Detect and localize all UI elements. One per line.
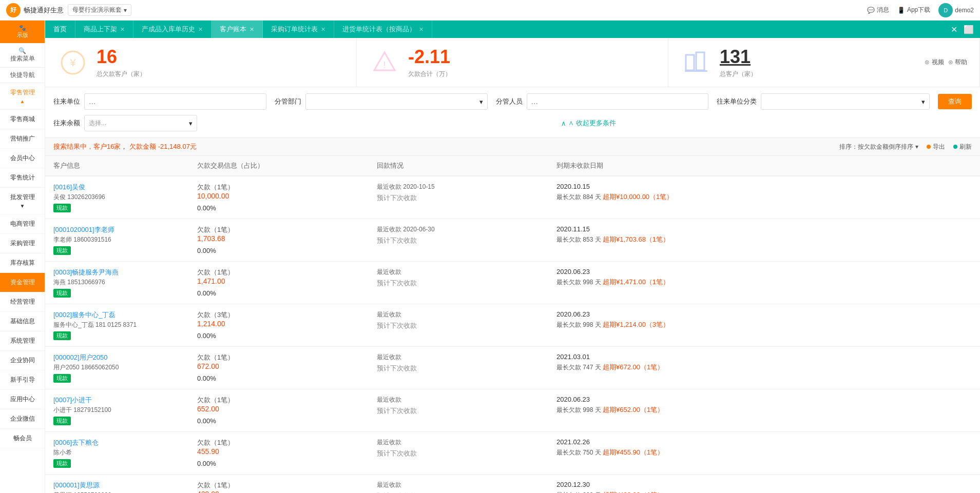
results-bar: 搜索结果中，客户16家， 欠款金额 -21,148.07元 排序：按欠款金额倒序… [45, 138, 980, 156]
filter-person-input[interactable]: ... [527, 93, 709, 110]
overdue-link[interactable]: 超期¥652.00（1笔） [603, 406, 664, 413]
tab-inbound-stat-close[interactable]: ✕ [419, 26, 424, 33]
sidebar-item-member[interactable]: 会员中心 [0, 149, 45, 168]
overdue-cell: 2021.02.26 最长欠款 750 天 超期¥455.90（1笔） [556, 438, 972, 457]
svg-rect-6 [685, 70, 707, 72]
sidebar-item-retail-store[interactable]: 零售商城 [0, 110, 45, 129]
filter-category-select[interactable]: ▾ [761, 93, 930, 110]
sidebar-search-label: 搜索菜单 [2, 54, 43, 63]
page-content: ¥ 16 总欠款客户（家） ! -2.11 欠款合计（万） [45, 38, 980, 493]
customer-name[interactable]: [000002]用户2050 [53, 353, 197, 362]
customer-name[interactable]: [0002]服务中心_丁磊 [53, 310, 197, 320]
customer-name[interactable]: [0007]小进干 [53, 396, 197, 405]
sidebar-item-biz[interactable]: 经营管理 [0, 292, 45, 312]
results-amount: 欠款金额 -21,148.07元 [129, 143, 197, 150]
customer-name[interactable]: [0016]吴俊 [53, 183, 197, 192]
tab-product-off[interactable]: 商品上下架 ✕ [75, 21, 133, 38]
chevron-down-balance-icon: ▾ [189, 120, 193, 127]
sidebar-item-guide[interactable]: 新手引导 [0, 370, 45, 390]
tab-product-off-close[interactable]: ✕ [120, 26, 125, 33]
filter-toggle-button[interactable]: ∧ ∧ 收起更多条件 [561, 119, 616, 128]
refresh-icon [953, 145, 957, 149]
user-menu[interactable]: D demo2 [938, 3, 974, 17]
customer-name[interactable]: [0001020001]李老师 [53, 225, 197, 234]
filter-supplier-input[interactable]: ... [84, 93, 266, 110]
sidebar-item-wholesale[interactable]: 批发管理 ▼ [0, 188, 45, 214]
sidebar-item-retail-stat[interactable]: 零售统计 [0, 168, 45, 188]
sidebar-item-vip[interactable]: 畅会员 [0, 429, 45, 448]
overdue-days: 最长欠款 998 天 超期¥1,471.00（1笔） [556, 278, 972, 287]
help-link[interactable]: ⊙ 帮助 [948, 58, 967, 67]
overdue-link[interactable]: 超期¥1,703.68（1笔） [603, 235, 669, 243]
overdue-days: 最长欠款 884 天 超期¥10,000.00（1笔） [556, 192, 972, 202]
sidebar-logo[interactable]: 🐾 示版 [0, 21, 45, 43]
due-date: 2020.06.23 [556, 268, 972, 275]
tab-prod-history[interactable]: 产成品入库单历史 ✕ [133, 21, 212, 38]
collection-cell: 最近收款 2020-10-15 预计下次收款 [377, 183, 556, 203]
sidebar-item-system[interactable]: 系统管理 [0, 331, 45, 351]
sidebar-item-search[interactable]: 🔍 搜索菜单 [0, 43, 45, 68]
customer-name[interactable]: [000001]黄思源 [53, 481, 197, 490]
customer-name[interactable]: [0003]畅捷服务尹海燕 [53, 268, 197, 277]
sidebar-item-basic[interactable]: 基础信息 [0, 312, 45, 331]
message-button[interactable]: 💬 消息 [867, 6, 889, 14]
last-collect: 最近收款 2020-06-30 [377, 225, 556, 234]
sidebar-item-quick-nav[interactable]: 快捷导航 [0, 68, 45, 83]
system-label: 系统管理 [10, 337, 35, 345]
customer-phone: 小进干 18279152100 [53, 406, 197, 415]
sidebar-item-finance[interactable]: 资金管理 [0, 273, 45, 292]
retail-stat-label: 零售统计 [10, 173, 35, 182]
overdue-link[interactable]: 超期¥1,214.00（3笔） [603, 321, 669, 328]
maximize-button[interactable]: ⬜ [962, 25, 976, 34]
sidebar-item-inventory[interactable]: 库存核算 [0, 253, 45, 273]
tab-inbound-stat[interactable]: 进货单统计表（按商品） ✕ [334, 21, 432, 38]
member-label: 会员中心 [10, 154, 35, 163]
sidebar-item-wechat[interactable]: 企业微信 [0, 409, 45, 429]
overdue-link[interactable]: 超期¥429.00（1笔） [603, 491, 664, 493]
tab-home[interactable]: 首页 [45, 21, 75, 38]
phone-icon: 📱 [897, 7, 905, 14]
table-row: [0016]吴俊 吴俊 13026203696 现款 欠款（1笔） 10,000… [45, 176, 980, 219]
filter-toggle-label: ∧ 收起更多条件 [568, 119, 616, 128]
store-selector[interactable]: 母婴行业演示账套 ▾ [68, 4, 131, 16]
refresh-button[interactable]: 刷新 [953, 143, 972, 151]
tab-prod-history-close[interactable]: ✕ [198, 26, 203, 33]
due-date: 2020.06.23 [556, 396, 972, 403]
search-button[interactable]: 查询 [938, 94, 972, 109]
overdue-link[interactable]: 超期¥455.90（1笔） [603, 448, 664, 456]
stat-total-customers-info: 131 总客户（家） [720, 46, 757, 78]
overdue-days: 最长欠款 853 天 超期¥1,703.68（1笔） [556, 235, 972, 244]
message-label: 消息 [877, 6, 889, 14]
sidebar-item-retail-mgmt[interactable]: 零售管理 ▲ [0, 83, 45, 110]
collection-cell: 最近收款 预计下次收款 [377, 353, 556, 373]
tab-purchase-stat[interactable]: 采购订单统计表 ✕ [263, 21, 334, 38]
video-link[interactable]: ⊙ 视频 [925, 58, 944, 67]
sidebar-item-ecom[interactable]: 电商管理 [0, 214, 45, 234]
overdue-link[interactable]: 超期¥10,000.00（1笔） [603, 193, 673, 201]
main-layout: 🐾 示版 🔍 搜索菜单 快捷导航 零售管理 ▲ 零售商城 营销推广 会员中心 零… [0, 21, 980, 493]
retail-store-label: 零售商城 [10, 115, 35, 124]
stats-row: ¥ 16 总欠款客户（家） ! -2.11 欠款合计（万） [45, 38, 980, 87]
sidebar-item-purchase[interactable]: 采购管理 [0, 234, 45, 253]
sort-select[interactable]: 排序：按欠款金额倒序排序 ▾ [839, 143, 918, 151]
filter-dept-select[interactable]: ▾ [305, 93, 488, 110]
arrow-up-icon: ▲ [20, 98, 25, 104]
filter-balance-select[interactable]: 选择... ▾ [84, 115, 197, 131]
sidebar-item-marketing[interactable]: 营销推广 [0, 129, 45, 149]
sidebar-item-app-center[interactable]: 应用中心 [0, 390, 45, 409]
overdue-link[interactable]: 超期¥1,471.00（1笔） [603, 278, 669, 286]
tab-customer-account[interactable]: 客户账本 ✕ [212, 21, 263, 38]
col-debt-info: 欠款交易信息（占比） [197, 161, 377, 170]
overdue-cell: 2020.06.23 最长欠款 998 天 超期¥652.00（1笔） [556, 396, 972, 415]
sidebar-item-corp[interactable]: 企业协同 [0, 351, 45, 370]
app-download-button[interactable]: 📱 App下载 [897, 6, 930, 14]
tab-customer-account-close[interactable]: ✕ [249, 26, 254, 33]
customer-info-cell: [000001]黄思源 黄思源 13552700226 现款 [53, 481, 197, 493]
tab-bar: 首页 商品上下架 ✕ 产成品入库单历史 ✕ 客户账本 ✕ 采购订单统计表 ✕ 进… [45, 21, 980, 38]
overdue-link[interactable]: 超期¥672.00（1笔） [603, 363, 664, 371]
customer-name[interactable]: [0006]去下粮仓 [53, 438, 197, 447]
refresh-label: 刷新 [959, 143, 972, 151]
close-all-tabs-button[interactable]: ✕ [949, 25, 959, 34]
export-button[interactable]: 导出 [927, 143, 945, 151]
tab-purchase-stat-close[interactable]: ✕ [321, 26, 325, 33]
